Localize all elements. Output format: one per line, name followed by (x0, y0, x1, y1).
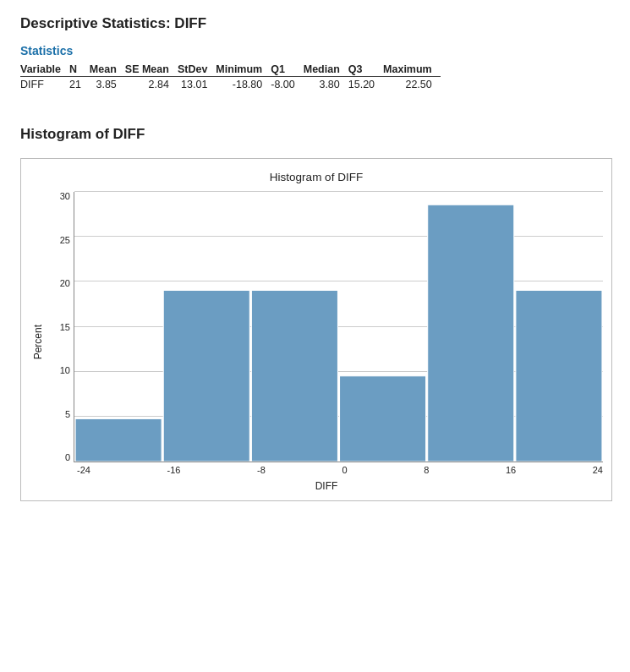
statistics-table: VariableNMeanSE MeanStDevMinimumQ1Median… (20, 63, 441, 92)
stats-col-header: Mean (90, 63, 125, 77)
stats-col-header: Maximum (383, 63, 441, 77)
stats-cell: DIFF (20, 77, 69, 93)
stats-col-header: Q1 (271, 63, 304, 77)
stats-cell: -18.80 (216, 77, 271, 93)
bar-rect (251, 290, 337, 462)
bar-rect (163, 290, 249, 462)
y-tick: 20 (60, 279, 70, 288)
x-tick: -8 (257, 465, 266, 475)
stats-cell: 3.80 (304, 77, 348, 93)
x-tick: 8 (424, 465, 429, 475)
x-tick: 24 (593, 465, 603, 475)
stats-row: DIFF213.852.8413.01-18.80-8.003.8015.202… (20, 77, 441, 93)
bars-svg (74, 192, 603, 462)
stats-col-header: Variable (20, 63, 69, 77)
bar-rect (340, 376, 426, 462)
stats-cell: 13.01 (178, 77, 216, 93)
stats-cell: 15.20 (348, 77, 383, 93)
x-tick: -24 (77, 465, 90, 475)
grid-and-bars (74, 192, 603, 462)
x-tick: 16 (506, 465, 516, 475)
y-axis-label-wrap: Percent (30, 192, 47, 492)
stats-col-header: StDev (178, 63, 216, 77)
stats-cell: 22.50 (383, 77, 441, 93)
bars-area (74, 192, 603, 462)
y-axis-label: Percent (32, 325, 44, 359)
chart-title: Histogram of DIFF (30, 171, 603, 183)
stats-col-header: SE Mean (125, 63, 178, 77)
statistics-section-title: Statistics (20, 44, 610, 57)
y-tick: 10 (60, 366, 70, 375)
bar-rect (516, 290, 602, 462)
stats-col-header: Q3 (348, 63, 383, 77)
y-ticks: 051015202530 (50, 192, 74, 462)
stats-cell: -8.00 (271, 77, 304, 93)
stats-col-header: N (69, 63, 90, 77)
stats-col-header: Minimum (216, 63, 271, 77)
bar-rect (75, 418, 162, 462)
histogram-chart: Histogram of DIFF Percent 051015202530 -… (20, 158, 612, 501)
stats-cell: 21 (69, 77, 90, 93)
stats-cell: 2.84 (125, 77, 178, 93)
bar-rect (428, 205, 514, 462)
y-tick: 5 (65, 410, 70, 419)
x-tick: 0 (342, 465, 347, 475)
x-tick: -16 (167, 465, 181, 475)
stats-cell: 3.85 (90, 77, 125, 93)
y-tick: 30 (60, 192, 70, 201)
histogram-section-title: Histogram of DIFF (20, 126, 610, 143)
x-axis-label: DIFF (50, 480, 603, 492)
y-tick: 0 (65, 453, 70, 462)
chart-plot-area: 051015202530 -24-16-8081624 DIFF (50, 192, 603, 492)
page-title: Descriptive Statistics: DIFF (20, 15, 610, 32)
y-tick: 25 (60, 236, 70, 245)
x-ticks: -24-16-8081624 (77, 462, 603, 475)
y-tick: 15 (60, 323, 70, 332)
stats-col-header: Median (304, 63, 348, 77)
